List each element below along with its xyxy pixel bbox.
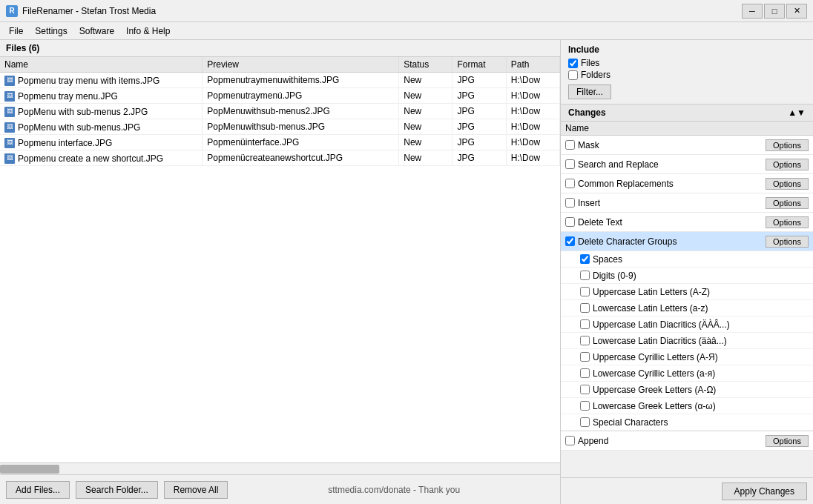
options-button[interactable]: Options	[766, 178, 809, 190]
apply-changes-button[interactable]: Apply Changes	[722, 483, 807, 500]
sub-item-label: Special Characters	[593, 417, 668, 428]
changes-scroll[interactable]: Mask Options Search and Replace Options …	[561, 136, 813, 477]
table-row[interactable]: 🖼 Popmenu tray menu with items.JPG Popme…	[0, 73, 560, 88]
cell-preview: PopMenuwithsub-menus.JPG	[203, 119, 399, 135]
file-table[interactable]: Name Preview Status Format Path 🖼 Popmen…	[0, 57, 560, 462]
col-header-format[interactable]: Format	[452, 57, 506, 73]
change-row: Common Replacements Options	[561, 174, 813, 193]
window-controls: ─ □ ✕	[742, 4, 807, 19]
add-files-button[interactable]: Add Files...	[6, 481, 70, 499]
change-label: Search and Replace	[565, 159, 766, 170]
change-row: Search and Replace Options	[561, 155, 813, 174]
cell-path: H:\Dow	[506, 135, 559, 150]
maximize-button[interactable]: □	[764, 4, 785, 19]
change-checkbox[interactable]	[565, 179, 575, 188]
right-panel: Include Files Folders Filter... Changes …	[561, 40, 813, 504]
cell-preview: Popmenutraymenú.JPG	[203, 88, 399, 104]
change-checkbox[interactable]	[565, 140, 575, 150]
close-button[interactable]: ✕	[786, 4, 807, 19]
cell-path: H:\Dow	[506, 88, 559, 104]
cell-path: H:\Dow	[506, 73, 559, 88]
options-button[interactable]: Options	[766, 139, 809, 151]
sub-item-checkbox[interactable]	[580, 401, 590, 411]
options-button[interactable]: Options	[766, 159, 809, 170]
file-icon: 🖼	[4, 107, 15, 117]
cell-name: 🖼 Popmenu tray menu.JPG	[0, 88, 203, 104]
cell-preview: Popmenutraymenuwithitems.JPG	[203, 73, 399, 88]
sub-item: Special Characters	[561, 414, 813, 431]
append-row: Append Options	[561, 431, 813, 451]
append-checkbox[interactable]	[565, 436, 575, 445]
table-row[interactable]: 🖼 Popmenu create a new shortcut.JPG Popm…	[0, 150, 560, 166]
menu-software[interactable]: Software	[73, 22, 120, 39]
scrollbar-thumb[interactable]	[0, 465, 59, 474]
change-checkbox[interactable]	[565, 217, 575, 227]
table-row[interactable]: 🖼 Popmenu interface.JPG Popmenüinterface…	[0, 135, 560, 150]
sub-item: Lowercase Greek Letters (α-ω)	[561, 398, 813, 414]
minimize-button[interactable]: ─	[742, 4, 763, 19]
change-row: Delete Text Options	[561, 213, 813, 232]
sub-items-container: Spaces Digits (0-9) Uppercase Latin Lett…	[561, 251, 813, 431]
sub-item-checkbox[interactable]	[580, 287, 590, 296]
cell-name: 🖼 PopMenu with sub-menus.JPG	[0, 119, 203, 135]
col-header-preview[interactable]: Preview	[203, 57, 399, 73]
menu-info-help[interactable]: Info & Help	[120, 22, 176, 39]
menu-file[interactable]: File	[3, 22, 29, 39]
append-options-button[interactable]: Options	[766, 435, 809, 447]
sub-item-checkbox[interactable]	[580, 254, 590, 264]
table-row[interactable]: 🖼 Popmenu tray menu.JPG Popmenutraymenú.…	[0, 88, 560, 104]
changes-title: Changes	[568, 107, 606, 118]
sub-item-checkbox[interactable]	[580, 368, 590, 378]
change-checkbox[interactable]	[565, 198, 575, 208]
changes-header: Changes ▲▼	[561, 105, 813, 122]
cell-preview: Popmenücreateanewshortcut.JPG	[203, 150, 399, 166]
sub-item-checkbox[interactable]	[580, 319, 590, 329]
sub-item-checkbox[interactable]	[580, 303, 590, 313]
options-button[interactable]: Options	[766, 216, 809, 228]
sub-item-label: Lowercase Latin Letters (a-z)	[593, 303, 708, 314]
files-row: Files	[568, 58, 806, 68]
change-name: Delete Character Groups	[578, 236, 677, 247]
filter-button[interactable]: Filter...	[568, 84, 611, 99]
apply-bar: Apply Changes	[561, 477, 813, 504]
sub-item-label: Spaces	[593, 254, 622, 265]
table-row[interactable]: 🖼 PopMenu with sub-menus 2.JPG PopMenuwi…	[0, 104, 560, 119]
col-header-status[interactable]: Status	[399, 57, 452, 73]
cell-name: 🖼 Popmenu tray menu with items.JPG	[0, 73, 203, 88]
sub-item-checkbox[interactable]	[580, 336, 590, 345]
col-header-name[interactable]: Name	[0, 57, 203, 73]
files-checkbox[interactable]	[568, 59, 578, 68]
folders-checkbox[interactable]	[568, 70, 578, 80]
search-folder-button[interactable]: Search Folder...	[76, 481, 158, 499]
sub-item-checkbox[interactable]	[580, 417, 590, 427]
sub-item-label: Uppercase Latin Diacritics (ÄÀÂ...)	[593, 319, 730, 330]
table-row[interactable]: 🖼 PopMenu with sub-menus.JPG PopMenuwith…	[0, 119, 560, 135]
sub-item-checkbox[interactable]	[580, 271, 590, 280]
change-label: Insert	[565, 198, 766, 208]
sub-item-label: Lowercase Greek Letters (α-ω)	[593, 401, 716, 411]
sub-item: Lowercase Latin Diacritics (äàâ...)	[561, 333, 813, 349]
sub-item-checkbox[interactable]	[580, 385, 590, 394]
cell-format: JPG	[452, 73, 506, 88]
folders-row: Folders	[568, 70, 806, 80]
cell-format: JPG	[452, 119, 506, 135]
menu-settings[interactable]: Settings	[29, 22, 73, 39]
sub-item-checkbox[interactable]	[580, 352, 590, 362]
change-checkbox[interactable]	[565, 236, 575, 246]
file-icon: 🖼	[4, 138, 15, 148]
sub-item: Uppercase Cyrillic Letters (А-Я)	[561, 349, 813, 365]
change-label: Delete Text	[565, 217, 766, 228]
cell-path: H:\Dow	[506, 104, 559, 119]
sub-item: Lowercase Latin Letters (a-z)	[561, 300, 813, 316]
options-button[interactable]: Options	[766, 236, 809, 248]
change-checkbox[interactable]	[565, 159, 575, 169]
change-label: Mask	[565, 140, 766, 150]
horizontal-scrollbar[interactable]	[0, 462, 560, 474]
menubar: File Settings Software Info & Help	[0, 22, 813, 40]
col-header-path[interactable]: Path	[506, 57, 559, 73]
options-button[interactable]: Options	[766, 197, 809, 209]
sub-item: Uppercase Latin Letters (A-Z)	[561, 284, 813, 300]
append-name: Append	[578, 436, 608, 446]
change-row: Mask Options	[561, 136, 813, 155]
remove-all-button[interactable]: Remove All	[164, 481, 228, 499]
